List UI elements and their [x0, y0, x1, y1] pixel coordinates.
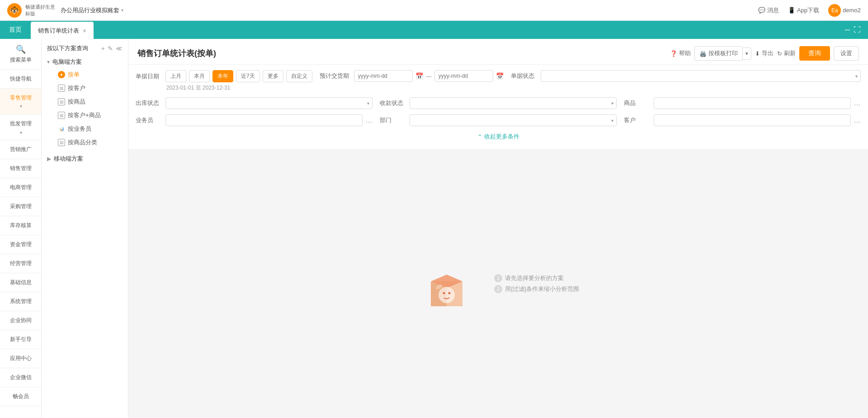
print-button[interactable]: 🖨️ 按模板打印: [694, 46, 742, 61]
scheme-icon: ▤: [58, 85, 65, 92]
logo-text: 畅捷通好生意 标版: [25, 4, 55, 17]
sidebar-item-retail[interactable]: 零售管理 ▾: [0, 89, 41, 114]
sidebar-item-inventory[interactable]: 库存核算: [0, 216, 41, 235]
export-icon: ⬇: [755, 50, 760, 57]
scheme-items-pc: ● 按单 ▤ 按客户 ▤ 按商品 ▤ 按客户+商品 📊 按业务员: [52, 68, 128, 149]
status-select[interactable]: [541, 70, 861, 82]
sidebar-item-enterprise[interactable]: 企业协同: [0, 311, 41, 330]
tab-sales-order[interactable]: 销售订单统计表 ×: [31, 22, 94, 40]
scheme-category-mobile[interactable]: ▶ 移动端方案: [42, 153, 128, 165]
sidebar-item-app-center[interactable]: 应用中心: [0, 349, 41, 368]
window-minimize-button[interactable]: ─: [845, 26, 850, 33]
query-button[interactable]: 查询: [799, 46, 830, 61]
date-btn-last-month[interactable]: 上月: [165, 70, 186, 82]
scheme-icon: 📊: [58, 125, 65, 133]
sidebar-item-wholesale[interactable]: 批发管理 ▴: [0, 114, 41, 140]
scheme-category-pc[interactable]: ▾ 电脑端方案: [42, 56, 128, 68]
date-range-display: 2023-01-01 至 2023-12-31: [136, 84, 312, 92]
salesperson-input[interactable]: [165, 114, 363, 126]
company-selector[interactable]: 办公用品行业模拟账套 ▾: [61, 6, 123, 14]
top-header: 🐯 畅捷通好生意 标版 办公用品行业模拟账套 ▾ 💬 消息 📱 App下载 Ea…: [0, 0, 868, 21]
filter-row-1: 单据日期 上月 本月 本年 近7天 更多 自定义 2023-01-01 至 20…: [136, 70, 861, 92]
tab-close-icon[interactable]: ×: [83, 28, 86, 34]
scheme-item-by-order[interactable]: ● 按单: [52, 68, 128, 81]
svg-point-5: [443, 292, 445, 294]
goods-input[interactable]: [654, 97, 851, 109]
scheme-item-by-customer-goods[interactable]: ▤ 按客户+商品: [52, 109, 128, 122]
sidebar-item-member[interactable]: 畅会员: [0, 387, 41, 406]
collapse-scheme-icon[interactable]: ≪: [116, 45, 123, 52]
header-left: 🐯 畅捷通好生意 标版 办公用品行业模拟账套 ▾: [7, 3, 123, 18]
help-button[interactable]: ❓ 帮助: [670, 49, 691, 57]
sidebar-item-newbie[interactable]: 新手引导: [0, 330, 41, 349]
settings-button[interactable]: 设置: [834, 46, 859, 61]
logo-area: 🐯 畅捷通好生意 标版: [7, 3, 55, 18]
main-layout: 🔍 搜索菜单 快捷导航 零售管理 ▾ 批发管理 ▴ 营销推广 销售管理 电商管理…: [0, 39, 868, 418]
sidebar-item-quick-nav[interactable]: 快捷导航: [0, 70, 41, 89]
date-btn-7days[interactable]: 近7天: [236, 70, 260, 82]
date-btn-more[interactable]: 更多: [263, 70, 283, 82]
empty-illustration: [417, 254, 476, 313]
customer-more-icon[interactable]: …: [854, 116, 861, 124]
sidebar-item-search[interactable]: 🔍 搜索菜单: [0, 39, 41, 70]
date-btn-custom[interactable]: 自定义: [286, 70, 312, 82]
tab-bar-right: ─ ⛶: [845, 26, 868, 33]
department-select-container: ▾: [410, 114, 617, 126]
empty-hint-1: 1 请先选择要分析的方案: [494, 274, 564, 282]
sidebar-item-sales[interactable]: 销售管理: [0, 159, 41, 178]
tab-home[interactable]: 首页: [0, 21, 31, 39]
customer-input[interactable]: [654, 114, 851, 126]
page-actions: ❓ 帮助 🖨️ 按模板打印 ▾ ⬇ 导出: [670, 46, 859, 61]
app-download-button[interactable]: 📱 App下载: [788, 6, 819, 14]
add-scheme-icon[interactable]: +: [101, 45, 105, 52]
expected-date-end[interactable]: [434, 70, 493, 82]
scheme-item-by-goods[interactable]: ▤ 按商品: [52, 95, 128, 109]
calendar-icon-start[interactable]: 📅: [415, 72, 423, 80]
salesperson-more-icon[interactable]: …: [365, 116, 373, 124]
edit-scheme-icon[interactable]: ✎: [108, 45, 113, 52]
calendar-icon-end[interactable]: 📅: [496, 72, 504, 80]
content-body: 按以下方案查询 + ✎ ≪ ▾ 电脑端方案 ● 按单 ▤: [42, 39, 868, 418]
search-icon: 🔍: [16, 44, 26, 54]
print-dropdown-button[interactable]: ▾: [742, 48, 751, 60]
scheme-item-by-salesperson[interactable]: 📊 按业务员: [52, 122, 128, 136]
sidebar-item-business[interactable]: 经营管理: [0, 254, 41, 273]
empty-state-content: 1 请先选择要分析的方案 2 用[过滤]条件来缩小分析范围: [417, 254, 579, 313]
delivery-select[interactable]: [165, 97, 373, 109]
scheme-item-by-category[interactable]: ▤ 按商品分类: [52, 136, 128, 149]
scheme-panel: 按以下方案查询 + ✎ ≪ ▾ 电脑端方案 ● 按单 ▤: [42, 39, 128, 418]
sidebar-item-purchase[interactable]: 采购管理: [0, 197, 41, 216]
department-select[interactable]: [410, 114, 617, 126]
sidebar-item-finance[interactable]: 资金管理: [0, 235, 41, 254]
scheme-header-actions: + ✎ ≪: [101, 45, 123, 52]
sidebar-item-marketing[interactable]: 营销推广: [0, 140, 41, 159]
refresh-button[interactable]: ↻ 刷新: [777, 49, 796, 57]
user-profile[interactable]: Ea demo2: [828, 4, 861, 17]
payment-label: 收款状态: [380, 99, 407, 107]
sidebar-item-enterprise-wechat[interactable]: 企业微信: [0, 368, 41, 387]
goods-more-icon[interactable]: …: [854, 99, 861, 107]
payment-select-container: ▾: [410, 97, 617, 109]
hint-number-1: 1: [494, 274, 502, 282]
delivery-select-container: ▾: [165, 97, 373, 109]
sidebar-item-ecommerce[interactable]: 电商管理: [0, 178, 41, 197]
refresh-icon: ↻: [777, 50, 782, 57]
window-maximize-button[interactable]: ⛶: [854, 26, 861, 33]
expected-date-start[interactable]: [354, 70, 413, 82]
chevron-up-icon: ▴: [20, 129, 22, 134]
scheme-item-by-customer[interactable]: ▤ 按客户: [52, 81, 128, 95]
scheme-icon: ▤: [58, 112, 65, 119]
sidebar-item-system[interactable]: 系统管理: [0, 292, 41, 311]
collapse-filters-button[interactable]: ⌃ 收起更多条件: [136, 130, 861, 143]
chevron-down-icon: ▾: [121, 8, 123, 13]
export-button[interactable]: ⬇ 导出: [755, 49, 774, 57]
date-label: 单据日期: [136, 72, 163, 81]
date-btn-this-month[interactable]: 本月: [189, 70, 210, 82]
scheme-active-icon: ●: [58, 71, 65, 78]
expected-date-label: 预计交货期: [320, 72, 351, 80]
date-btn-this-year[interactable]: 本年: [212, 70, 233, 82]
payment-select[interactable]: [410, 97, 617, 109]
date-range-text: 2023-01-01 至 2023-12-31: [166, 84, 230, 92]
sidebar-item-basic[interactable]: 基础信息: [0, 273, 41, 292]
message-button[interactable]: 💬 消息: [758, 6, 779, 14]
